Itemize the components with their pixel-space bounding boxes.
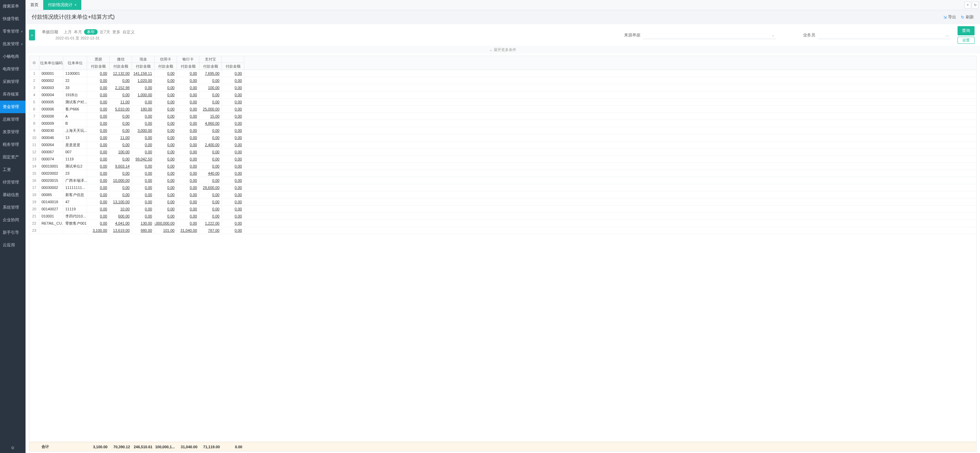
date-option[interactable]: 更多 [112, 30, 121, 34]
cell-amount[interactable]: 0.00 [177, 156, 199, 162]
cell-amount[interactable]: 0.00 [132, 191, 154, 198]
export-link[interactable]: ⇲导出 [943, 14, 956, 20]
settings-button[interactable]: 设置 [958, 37, 975, 44]
cell-amount[interactable]: 0.00 [154, 206, 177, 212]
cell-amount[interactable]: 0.00 [154, 92, 177, 98]
cell-amount[interactable]: 0.00 [132, 84, 154, 91]
cell-amount[interactable]: 15.00 [199, 113, 222, 120]
cell-amount[interactable]: 3,100.00 [87, 227, 110, 234]
cell-amount[interactable]: 13,100.00 [110, 198, 132, 205]
cell-amount[interactable]: 0.00 [177, 84, 199, 91]
cell-amount[interactable]: 10.00 [110, 206, 132, 212]
cell-amount[interactable]: 0.00 [222, 77, 244, 84]
cell-amount[interactable]: 0.00 [222, 98, 244, 105]
cell-amount[interactable]: 0.00 [222, 206, 244, 212]
cell-amount[interactable]: 0.00 [222, 92, 244, 98]
cell-amount[interactable]: 0.00 [222, 134, 244, 141]
col-sub[interactable]: 付款金额 [154, 63, 177, 70]
table-row[interactable]: 6000006客户6660.005,010.00180.000.000.0025… [29, 106, 976, 113]
table-row[interactable]: 7000008A0.000.000.000.000.0015.000.00 [29, 113, 976, 120]
cell-amount[interactable]: 0.00 [199, 213, 222, 220]
cell-amount[interactable]: 0.00 [154, 149, 177, 155]
table-row[interactable]: 9000030上海天天玩...0.000.003,000.000.000.000… [29, 127, 976, 134]
column-settings-icon[interactable]: ⚙ [32, 60, 36, 65]
cell-amount[interactable]: 0.00 [177, 127, 199, 134]
cell-amount[interactable]: 0.00 [177, 141, 199, 148]
cell-amount[interactable]: 0.00 [87, 177, 110, 184]
cell-amount[interactable]: 0.00 [177, 163, 199, 169]
table-row[interactable]: 233,100.0013,619.00980.00101.0031,040.00… [29, 227, 976, 234]
cell-amount[interactable]: 0.00 [110, 77, 132, 84]
cell-amount[interactable]: 0.00 [222, 70, 244, 77]
cell-amount[interactable]: 0.00 [222, 156, 244, 162]
sidebar-item[interactable]: 搜索菜单 [0, 0, 25, 13]
cell-amount[interactable]: 0.00 [87, 220, 110, 226]
cell-amount[interactable]: 0.00 [199, 77, 222, 84]
cell-amount[interactable]: 0.00 [177, 177, 199, 184]
cell-amount[interactable]: 0.00 [132, 120, 154, 127]
cell-amount[interactable]: 0.00 [199, 98, 222, 105]
cell-amount[interactable]: 0.00 [199, 198, 222, 205]
cell-amount[interactable]: 0.00 [110, 113, 132, 120]
cell-amount[interactable]: 0.00 [87, 163, 110, 169]
agent-input[interactable] [818, 31, 951, 39]
cell-amount[interactable]: 0.00 [177, 220, 199, 226]
query-button[interactable]: 查询 [958, 26, 975, 35]
tab-close-all-button[interactable]: × [964, 2, 971, 8]
cell-amount[interactable]: 0.00 [132, 149, 154, 155]
cell-amount[interactable]: 0.00 [177, 77, 199, 84]
sidebar-item[interactable]: 电商管理 [0, 63, 25, 76]
cell-amount[interactable]: 11.00 [110, 98, 132, 105]
sidebar-item[interactable]: 税务管理 [0, 138, 25, 151]
cell-amount[interactable]: 0.00 [222, 113, 244, 120]
sidebar-item[interactable]: 发票管理 [0, 126, 25, 138]
cell-amount[interactable]: 0.00 [154, 163, 177, 169]
sidebar-item[interactable]: 系统管理 [0, 201, 25, 214]
cell-amount[interactable]: 11.00 [110, 134, 132, 141]
cell-amount[interactable]: 0.00 [87, 191, 110, 198]
date-option[interactable]: 本月 [74, 30, 82, 34]
cell-amount[interactable]: 31,040.00 [177, 227, 199, 234]
col-sub[interactable]: 付款金额 [87, 63, 109, 70]
cell-amount[interactable]: 1,000.00 [132, 92, 154, 98]
sidebar-item[interactable]: 采购管理 [0, 76, 25, 88]
cell-amount[interactable]: 4,041.00 [110, 220, 132, 226]
cell-amount[interactable]: 13,619.00 [110, 227, 132, 234]
cell-amount[interactable]: 130.00 [132, 220, 154, 226]
table-row[interactable]: 1900140018470.0013,100.000.000.000.000.0… [29, 198, 976, 206]
cell-amount[interactable]: 600.00 [110, 213, 132, 220]
cell-amount[interactable]: 440.00 [199, 170, 222, 177]
cell-amount[interactable]: 0.00 [199, 191, 222, 198]
cell-amount[interactable]: 0.00 [177, 113, 199, 120]
cell-amount[interactable]: 0.00 [154, 134, 177, 141]
sidebar-item[interactable]: 固定资产 [0, 151, 25, 163]
cell-amount[interactable]: 0.00 [110, 92, 132, 98]
cell-amount[interactable]: 0.00 [154, 70, 177, 77]
sidebar-item[interactable]: 基础信息 [0, 188, 25, 201]
cell-amount[interactable]: 0.00 [199, 127, 222, 134]
table-row[interactable]: 1600020015广西丰瑞泽...0.0010,000.000.000.000… [29, 177, 976, 184]
cell-amount[interactable]: 100,000,000.00 [154, 220, 177, 226]
cell-amount[interactable]: 0.00 [154, 141, 177, 148]
col-top[interactable]: 银行卡 [177, 56, 199, 63]
cell-amount[interactable]: 0.00 [154, 184, 177, 191]
sidebar-item[interactable]: 快捷导航 [0, 13, 25, 25]
cell-amount[interactable]: 0.00 [154, 191, 177, 198]
col-sub[interactable]: 付款金额 [132, 63, 154, 70]
cell-amount[interactable]: 0.00 [87, 77, 110, 84]
cell-amount[interactable]: 0.00 [87, 141, 110, 148]
cell-amount[interactable]: 0.00 [199, 206, 222, 212]
cell-amount[interactable]: 0.00 [87, 134, 110, 141]
ellipsis-icon[interactable]: … [945, 33, 950, 37]
table-row[interactable]: 5000005测试客户对...0.0011.000.000.000.000.00… [29, 98, 976, 106]
cell-amount[interactable]: 0.00 [132, 206, 154, 212]
cell-amount[interactable]: 0.00 [87, 213, 110, 220]
cell-amount[interactable]: 0.00 [177, 191, 199, 198]
table-row[interactable]: 4000004191B台0.000.001,000.000.000.000.00… [29, 92, 976, 98]
table-row[interactable]: 11000064是是是是0.000.000.000.000.002,400.00… [29, 141, 976, 149]
cell-amount[interactable]: 0.00 [177, 213, 199, 220]
table-row[interactable]: 100000111000010.0012,132.00141,158.110.0… [29, 70, 976, 77]
date-option[interactable]: 自定义 [123, 30, 135, 34]
cell-amount[interactable]: 0.00 [87, 170, 110, 177]
cell-amount[interactable]: 0.00 [132, 98, 154, 105]
